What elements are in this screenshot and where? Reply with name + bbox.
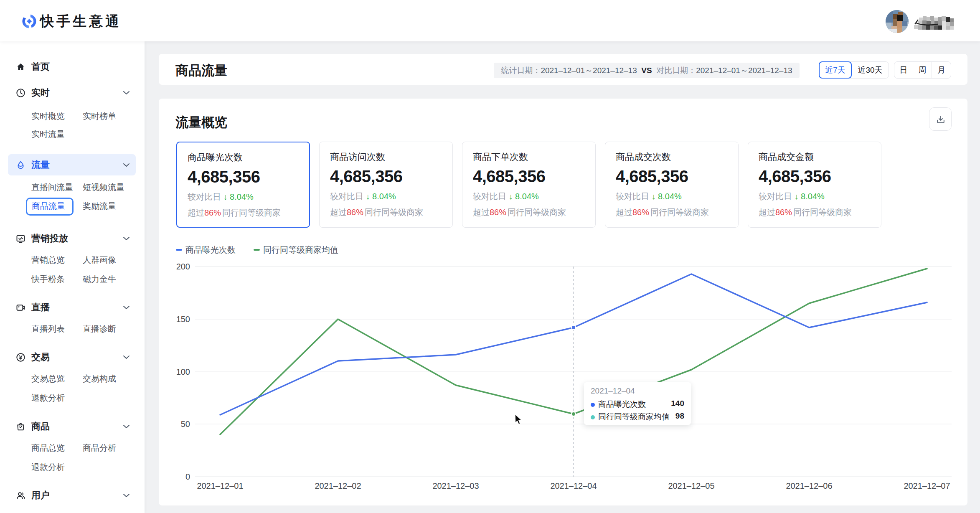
svg-text:2021–12–03: 2021–12–03 (432, 481, 479, 490)
svg-text:2021–12–06: 2021–12–06 (786, 481, 832, 490)
svg-text:2021–12–07: 2021–12–07 (904, 481, 950, 490)
svg-text:150: 150 (176, 315, 190, 324)
svg-text:50: 50 (181, 419, 190, 429)
svg-text:100: 100 (176, 367, 190, 376)
svg-text:0: 0 (185, 472, 190, 481)
svg-text:2021–12–05: 2021–12–05 (668, 481, 714, 490)
svg-text:200: 200 (176, 262, 190, 271)
svg-text:2021–12–04: 2021–12–04 (550, 481, 597, 490)
svg-text:2021–12–01: 2021–12–01 (197, 481, 243, 490)
svg-text:2021–12–02: 2021–12–02 (315, 481, 361, 490)
